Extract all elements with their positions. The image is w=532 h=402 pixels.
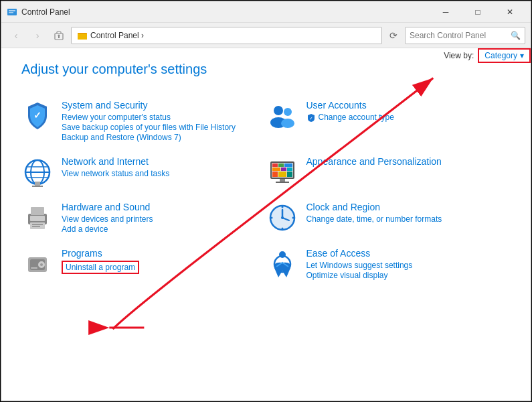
address-path[interactable]: Control Panel › <box>71 27 382 44</box>
address-bar: ‹ › Control Panel › ⟳ 🔍 <box>1 23 531 48</box>
network-icon <box>21 156 54 188</box>
category-appearance: Appearance and Personalization <box>266 149 511 195</box>
svg-rect-32 <box>276 182 289 183</box>
view-by-value: Category <box>484 51 517 60</box>
up-button[interactable] <box>50 26 68 45</box>
svg-point-45 <box>281 228 283 230</box>
svg-rect-35 <box>31 207 44 215</box>
close-button[interactable]: ✕ <box>495 1 525 23</box>
hardware-sound-title[interactable]: Hardware and Sound <box>62 202 256 212</box>
refresh-button[interactable]: ⟳ <box>385 27 402 44</box>
svg-rect-52 <box>31 267 37 269</box>
svg-text:✓: ✓ <box>33 110 41 121</box>
svg-point-10 <box>284 108 292 116</box>
maximize-button[interactable]: □ <box>462 1 493 23</box>
search-box[interactable]: 🔍 <box>405 27 525 44</box>
network-internet-title[interactable]: Network and Internet <box>62 156 256 167</box>
svg-rect-38 <box>32 226 40 227</box>
svg-rect-6 <box>78 34 87 40</box>
main-content: View by: Category ▾ Adjust your computer… <box>1 48 531 401</box>
programs-title[interactable]: Programs <box>62 248 256 259</box>
view-by-label: View by: <box>444 51 474 60</box>
svg-rect-4 <box>58 36 60 38</box>
svg-point-11 <box>281 119 294 128</box>
svg-rect-18 <box>35 182 40 186</box>
add-device-link[interactable]: Add a device <box>62 224 256 234</box>
view-devices-link[interactable]: View devices and printers <box>62 214 256 224</box>
svg-rect-1 <box>9 10 15 11</box>
svg-rect-29 <box>278 172 286 177</box>
ease-of-access-title[interactable]: Ease of Access <box>306 248 501 259</box>
view-network-status-link[interactable]: View network status and tasks <box>62 169 256 178</box>
svg-rect-24 <box>284 163 292 167</box>
appearance-icon <box>266 156 298 188</box>
dropdown-arrow-icon: ▾ <box>520 51 524 60</box>
path-text: Control Panel › <box>90 31 144 40</box>
view-by-dropdown[interactable]: Category ▾ <box>478 48 531 63</box>
category-system-security: ✓ System and Security Review your comput… <box>21 93 266 149</box>
svg-rect-37 <box>32 224 43 225</box>
user-accounts-icon <box>266 100 298 132</box>
category-network-internet: Network and Internet View network status… <box>21 149 266 195</box>
appearance-content: Appearance and Personalization <box>306 156 501 169</box>
window-icon <box>7 7 17 17</box>
svg-text:✓: ✓ <box>309 116 313 121</box>
svg-rect-25 <box>272 168 280 171</box>
uninstall-program-link[interactable]: Uninstall a program <box>62 261 139 274</box>
category-user-accounts: User Accounts ✓ Change account type <box>266 93 511 149</box>
back-button[interactable]: ‹ <box>7 26 25 45</box>
change-date-time-link[interactable]: Change date, time, or number formats <box>306 214 501 224</box>
svg-rect-34 <box>30 216 45 221</box>
title-bar: Control Panel ─ □ ✕ <box>1 1 531 23</box>
network-content: Network and Internet View network status… <box>62 156 256 179</box>
svg-rect-31 <box>280 179 285 182</box>
shield-small-icon: ✓ <box>306 113 316 123</box>
clock-region-title[interactable]: Clock and Region <box>306 202 501 212</box>
ease-of-access-content: Ease of Access Let Windows suggest setti… <box>306 248 501 281</box>
programs-icon <box>21 248 54 280</box>
category-clock-region: Clock and Region Change date, time, or n… <box>266 195 511 241</box>
svg-rect-23 <box>278 163 284 167</box>
change-account-type-link[interactable]: Change account type <box>319 113 394 122</box>
svg-rect-27 <box>287 168 292 171</box>
window-title: Control Panel <box>21 7 430 17</box>
ease-of-access-icon <box>266 248 298 280</box>
category-ease-of-access: Ease of Access Let Windows suggest setti… <box>266 241 511 287</box>
save-backup-link[interactable]: Save backup copies of your files with Fi… <box>62 123 256 132</box>
system-security-content: System and Security Review your computer… <box>62 100 256 143</box>
user-accounts-title[interactable]: User Accounts <box>306 100 501 111</box>
appearance-personalization-title[interactable]: Appearance and Personalization <box>306 156 501 167</box>
svg-point-44 <box>281 206 283 208</box>
window-controls: ─ □ ✕ <box>430 1 525 23</box>
svg-rect-22 <box>272 163 278 167</box>
clock-region-content: Clock and Region Change date, time, or n… <box>306 202 501 224</box>
svg-rect-26 <box>281 168 286 171</box>
categories-grid: ✓ System and Security Review your comput… <box>21 93 511 287</box>
system-security-icon: ✓ <box>21 100 54 132</box>
backup-restore-link[interactable]: Backup and Restore (Windows 7) <box>62 133 256 142</box>
forward-button[interactable]: › <box>28 26 47 45</box>
search-icon[interactable]: 🔍 <box>511 31 521 40</box>
clock-icon <box>266 202 298 234</box>
svg-rect-19 <box>32 186 43 187</box>
svg-point-46 <box>270 217 272 219</box>
main-window: Control Panel ─ □ ✕ ‹ › <box>1 1 531 401</box>
category-hardware-sound: Hardware and Sound View devices and prin… <box>21 195 266 241</box>
review-computer-status-link[interactable]: Review your computer's status <box>62 113 256 122</box>
let-windows-suggest-link[interactable]: Let Windows suggest settings <box>306 261 501 270</box>
svg-rect-2 <box>9 12 13 13</box>
user-accounts-content: User Accounts ✓ Change account type <box>306 100 501 124</box>
view-by-control: View by: Category ▾ <box>444 48 531 63</box>
svg-point-8 <box>274 106 283 115</box>
svg-point-47 <box>292 217 294 219</box>
hardware-icon <box>21 202 54 234</box>
optimize-visual-display-link[interactable]: Optimize visual display <box>306 271 501 280</box>
category-programs: Programs Uninstall a program <box>21 241 266 287</box>
path-icon <box>77 30 88 41</box>
hardware-content: Hardware and Sound View devices and prin… <box>62 202 256 234</box>
system-security-title[interactable]: System and Security <box>62 100 256 111</box>
search-input[interactable] <box>410 31 511 40</box>
svg-rect-28 <box>272 172 278 177</box>
svg-rect-30 <box>287 172 292 177</box>
minimize-button[interactable]: ─ <box>430 1 461 23</box>
